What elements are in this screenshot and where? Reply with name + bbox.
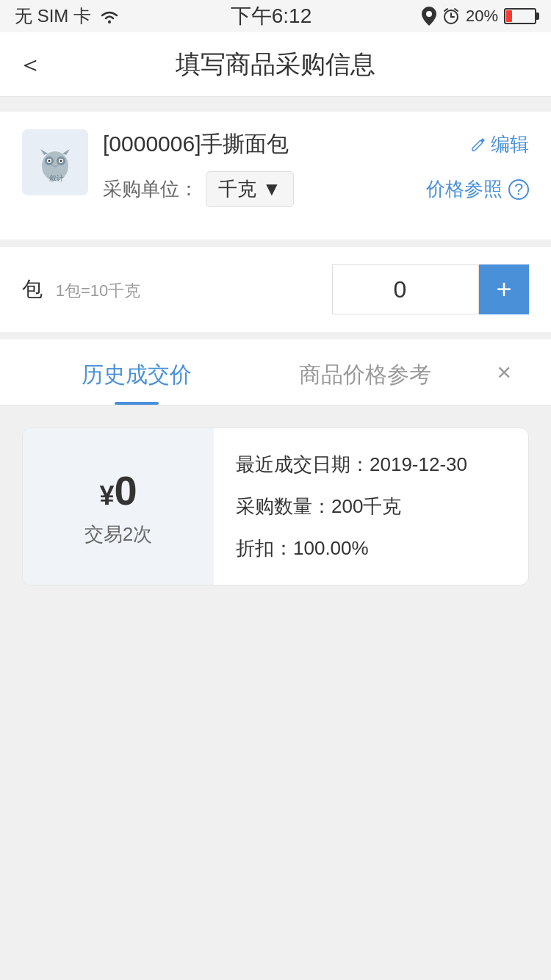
unit-label: 采购单位： [103, 176, 198, 202]
price-ref-help-icon: ? [508, 179, 529, 200]
battery-fill [506, 10, 512, 22]
yen-symbol: ¥ [99, 480, 114, 511]
recent-date-label: 最近成交日期： [236, 453, 370, 475]
price-ref-label: 价格参照 [426, 176, 503, 202]
tab-price-ref-label: 商品价格参考 [299, 362, 431, 386]
quantity-row: 包 1包=10千克 + [0, 239, 551, 332]
discount-value: 100.00% [293, 537, 369, 559]
battery-percent: 20% [466, 7, 498, 26]
quantity-control: + [332, 264, 529, 314]
status-left: 无 SIM 卡 [15, 4, 120, 28]
wifi-icon [98, 8, 120, 24]
location-icon [422, 7, 436, 26]
discount-item: 折扣：100.00% [236, 534, 506, 563]
history-card: ¥0 交易2次 最近成交日期：2019-12-30 采购数量：200千克 折扣：… [22, 428, 529, 586]
product-card: 叙计 [0000006]手撕面包 编辑 采购单位： 千克 [0, 112, 551, 239]
nav-bar: ＜ 填写商品采购信息 [0, 32, 551, 97]
quantity-detail-value: 200千克 [331, 495, 401, 517]
product-info: [0000006]手撕面包 编辑 采购单位： 千克 ▼ [103, 129, 529, 207]
history-content: ¥0 交易2次 最近成交日期：2019-12-30 采购数量：200千克 折扣：… [0, 406, 551, 608]
discount-label: 折扣： [236, 537, 293, 559]
recent-date-value: 2019-12-30 [370, 453, 467, 475]
edit-button[interactable]: 编辑 [470, 131, 529, 157]
quantity-conversion: 1包=10千克 [56, 281, 141, 300]
history-times: 交易2次 [84, 522, 152, 547]
quantity-unit-label: 包 [22, 278, 43, 300]
quantity-unit-info: 包 1包=10千克 [22, 275, 140, 303]
battery-icon [504, 8, 536, 24]
svg-point-0 [108, 21, 111, 24]
product-name: [0000006]手撕面包 [103, 129, 289, 159]
product-header: 叙计 [0000006]手撕面包 编辑 采购单位： 千克 [22, 129, 529, 207]
price-ref-button[interactable]: 价格参照 ? [426, 176, 529, 202]
tab-history[interactable]: 历史成交价 [22, 339, 251, 405]
price-value: 0 [114, 467, 137, 514]
product-thumbnail: 叙计 [22, 129, 88, 195]
status-bar: 无 SIM 卡 下午6:12 20% [0, 0, 551, 32]
edit-icon [470, 137, 486, 153]
purchase-quantity-item: 采购数量：200千克 [236, 492, 506, 521]
owl-logo-icon: 叙计 [33, 140, 77, 184]
alarm-icon [442, 7, 460, 25]
tab-history-label: 历史成交价 [82, 362, 192, 386]
tab-price-ref[interactable]: 商品价格参考 [251, 339, 479, 405]
svg-point-9 [60, 160, 62, 162]
history-right-panel: 最近成交日期：2019-12-30 采购数量：200千克 折扣：100.00% [214, 428, 528, 585]
bottom-space [0, 608, 551, 980]
history-left-panel: ¥0 交易2次 [23, 428, 214, 585]
tabs-bar: 历史成交价 商品价格参考 × [0, 339, 551, 406]
unit-select[interactable]: 千克 ▼ [206, 171, 294, 207]
recent-date-item: 最近成交日期：2019-12-30 [236, 450, 506, 479]
quantity-plus-button[interactable]: + [479, 264, 529, 314]
quantity-input[interactable] [332, 264, 479, 314]
quantity-detail-label: 采购数量： [236, 495, 331, 517]
product-unit-row: 采购单位： 千克 ▼ 价格参照 ? [103, 171, 529, 207]
status-right: 20% [422, 7, 536, 26]
unit-dropdown-arrow: ▼ [262, 178, 281, 201]
page-title: 填写商品采购信息 [176, 48, 375, 82]
svg-point-1 [426, 11, 432, 17]
tabs-close-button[interactable]: × [479, 343, 529, 401]
status-time: 下午6:12 [231, 2, 312, 30]
edit-label: 编辑 [491, 131, 529, 157]
svg-point-8 [48, 160, 51, 162]
svg-text:叙计: 叙计 [49, 174, 64, 182]
product-name-row: [0000006]手撕面包 编辑 [103, 129, 529, 159]
back-button[interactable]: ＜ [18, 48, 43, 82]
unit-value: 千克 [218, 176, 256, 202]
carrier-text: 无 SIM 卡 [15, 4, 91, 28]
history-price: ¥0 [99, 466, 137, 514]
